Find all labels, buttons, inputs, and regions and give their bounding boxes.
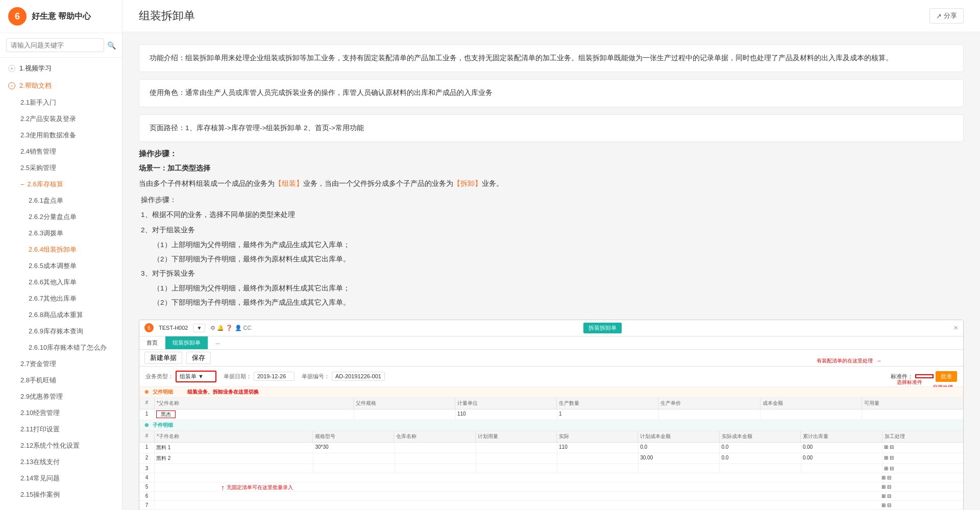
sidebar-item-operations[interactable]: 2.10经营管理 — [0, 405, 122, 421]
step1: 1、根据不同的业务，选择不同单据的类型来处理 — [139, 208, 964, 222]
intro-text: 功能介绍：组装拆卸单用来处理企业组装或拆卸等加工业务，支持有固定装配清单的产品加… — [150, 52, 953, 64]
sidebar-item-video[interactable]: + 1.视频学习 — [0, 60, 122, 77]
sidebar-item-cases[interactable]: 2.15操作案例 — [0, 487, 122, 503]
lower-row-7: 7 ⊞ ⊟ — [139, 501, 963, 510]
sidebar-item-stock2[interactable]: 2.6.2分量盘点单 — [0, 209, 122, 225]
share-icon: ↗ — [936, 12, 942, 20]
app-tabs: 首页 组装拆卸单 ... — [139, 336, 963, 350]
sidebar-item-print[interactable]: 2.11打印设置 — [0, 421, 122, 438]
lr7-empty — [155, 501, 880, 509]
lower-row-1: 1 黑料 1 30*30 110 0.0 0.0 0.00 ⊞ ⊟ — [139, 443, 963, 453]
field-date-value[interactable]: 2019-12-26 — [254, 372, 295, 381]
upper-table-area: ⊕ 父件明细 组装业务、拆卸业务在这里切换 # *父件名称 父件规格 计量单位 … — [139, 387, 963, 420]
annotation-4: 组装业务、拆卸业务在这里切换 — [187, 388, 259, 396]
step2: 2、对于组装业务 — [139, 224, 964, 237]
upper-table-icon: ⊕ — [144, 389, 149, 395]
search-icon[interactable]: 🔍 — [107, 41, 116, 50]
logo-icon: 6 — [8, 7, 27, 26]
collapse-icon-inv: − — [20, 181, 24, 188]
sidebar-item-mobile[interactable]: 2.8手机旺铺 — [0, 372, 122, 388]
sidebar-item-purchase[interactable]: 2.5采购管理 — [0, 160, 122, 176]
btn-save[interactable]: 保存 — [186, 352, 211, 364]
lr3-d — [557, 464, 639, 473]
field-id-value[interactable]: AD-20191226-001 — [332, 372, 385, 381]
steps-intro: 操作步骤： — [139, 193, 964, 207]
lr2-proc: ⊞ ⊟ — [883, 453, 963, 464]
sidebar-item-otheroutstock[interactable]: 2.6.7其他出库单 — [0, 290, 122, 307]
sidebar-item-payment[interactable]: 2.13在线支付 — [0, 454, 122, 470]
lr3-g — [801, 464, 883, 473]
sidebar-item-helpdocs[interactable]: − 2.帮助文档 — [0, 77, 122, 94]
upper-table-label: ⊕ 父件明细 组装业务、拆卸业务在这里切换 — [139, 387, 963, 398]
col-planned-cost: 计划成本金额 — [638, 431, 719, 442]
cell-row1-num: 1 — [139, 409, 155, 420]
col-actual: 实际 — [557, 431, 638, 442]
btn-new[interactable]: 新建单据 — [144, 352, 182, 364]
share-button[interactable]: ↗ 分享 — [929, 8, 964, 23]
sidebar-item-dataprep[interactable]: 2.3使用前数据准备 — [0, 127, 122, 143]
sidebar-item-finance[interactable]: 2.7资金管理 — [0, 356, 122, 372]
lr1-num: 1 — [139, 443, 155, 453]
logo-area: 6 好生意 帮助中心 — [0, 0, 122, 33]
sidebar-item-transfer[interactable]: 2.6.3调拨单 — [0, 225, 122, 241]
sidebar-item-costadjust[interactable]: 2.6.5成本调整单 — [0, 258, 122, 274]
field-date: 单据日期： 2019-12-26 — [224, 372, 295, 381]
lr1-ac: 0.0 — [720, 443, 801, 453]
annotation-5: ↑ 无固定清单可在这里批量录入 — [221, 484, 293, 491]
step3-sub1: （1）上部明细为父件明细，最终作为原材料生成其它出库单； — [139, 282, 964, 295]
sidebar-item-faq[interactable]: 2.14常见问题 — [0, 470, 122, 487]
tab-assembly-active[interactable]: 组装拆卸单 — [165, 336, 208, 349]
highlight-assembly: 【组装】 — [275, 180, 303, 187]
sidebar-item-costreset[interactable]: 2.6.8商品成本重算 — [0, 307, 122, 323]
cell-row1-price — [659, 409, 761, 420]
lr3-name — [155, 464, 313, 473]
main-content: 功能介绍：组装拆卸单用来处理企业组装或拆卸等加工业务，支持有固定装配清单的产品加… — [122, 32, 980, 510]
close-icon[interactable]: ✕ — [953, 325, 958, 331]
cell-row1-qty: 1 — [557, 409, 659, 420]
sidebar-item-customize[interactable]: 2.12系统个性化设置 — [0, 438, 122, 454]
cell-row1-unit: 110 — [456, 409, 557, 420]
cell-row1-name: 黑杰 — [155, 409, 354, 420]
sidebar-item-assembly[interactable]: 2.6.4组装拆卸单 — [0, 241, 122, 258]
tab-more[interactable]: ... — [208, 336, 227, 349]
col-cost: 成本金额 — [761, 398, 862, 409]
sidebar-item-coupon[interactable]: 2.9优惠券管理 — [0, 388, 122, 405]
lr3-num: 3 — [139, 464, 155, 473]
col-sub-name: *子件名称 — [155, 431, 313, 442]
sidebar-item-stock1[interactable]: 2.6.1盘点单 — [0, 192, 122, 209]
col-num: # — [139, 398, 155, 409]
titlebar-icons: ⚙ 🔔 ❓ 👤 CC — [210, 325, 251, 331]
highlighted-cell: 黑杰 — [156, 410, 176, 418]
col-actual-cost: 实际成本金额 — [720, 431, 801, 442]
scene1-title: 场景一：加工类型选择 — [139, 164, 964, 173]
search-area: 🔍 — [0, 33, 122, 58]
sidebar-item-stockquery[interactable]: 2.6.9库存账本查询 — [0, 323, 122, 339]
search-input[interactable] — [6, 38, 104, 52]
lr4-proc: ⊞ ⊟ — [880, 473, 963, 482]
std-part-input[interactable] — [915, 374, 934, 378]
lr3-a — [313, 464, 395, 473]
sidebar-item-newbie[interactable]: 2.1新手入门 — [0, 94, 122, 111]
sidebar-item-stockerror[interactable]: 2.6.10库存账本错了怎么办 — [0, 339, 122, 356]
lr3-h: ⊞ ⊟ — [883, 464, 963, 473]
sidebar-item-install[interactable]: 2.2产品安装及登录 — [0, 111, 122, 127]
app-dropdown[interactable]: ▼ — [193, 324, 205, 332]
titlebar-id: TEST-H002 — [159, 325, 188, 331]
steps-section: 操作步骤： 场景一：加工类型选择 当由多个子件材料组装成一个成品的业务为【组装】… — [139, 149, 964, 309]
btn-approve[interactable]: 批准 — [936, 371, 957, 382]
lr2-spec — [313, 453, 395, 464]
sidebar-item-sales[interactable]: 2.4销售管理 — [0, 143, 122, 160]
sidebar-item-otherinstock[interactable]: 2.6.6其他入库单 — [0, 274, 122, 290]
steps-title: 操作步骤： — [139, 149, 964, 159]
lower-table-area: ⊕ 子件明细 # *子件名称 规格型号 仓库名称 计划用量 实际 计划成本金额 … — [139, 420, 963, 510]
main-header: 组装拆卸单 ↗ 分享 — [122, 0, 980, 32]
col-avail: 可用量 — [862, 398, 963, 409]
col-process: 加工处理 — [883, 431, 963, 442]
field-type-value[interactable]: 组装单 ▼ — [176, 371, 216, 382]
sidebar-item-inventory[interactable]: − 2.6库存核算 — [0, 176, 122, 192]
intro-block: 功能介绍：组装拆卸单用来处理企业组装或拆卸等加工业务，支持有固定装配清单的产品加… — [139, 44, 964, 72]
tab-home[interactable]: 首页 — [139, 336, 165, 349]
lr1-wh — [395, 443, 476, 453]
titlebar-left: 6 TEST-H002 ▼ ⚙ 🔔 ❓ 👤 CC — [144, 323, 252, 332]
titlebar-action-btn[interactable]: 拆装拆卸单 — [583, 323, 622, 333]
